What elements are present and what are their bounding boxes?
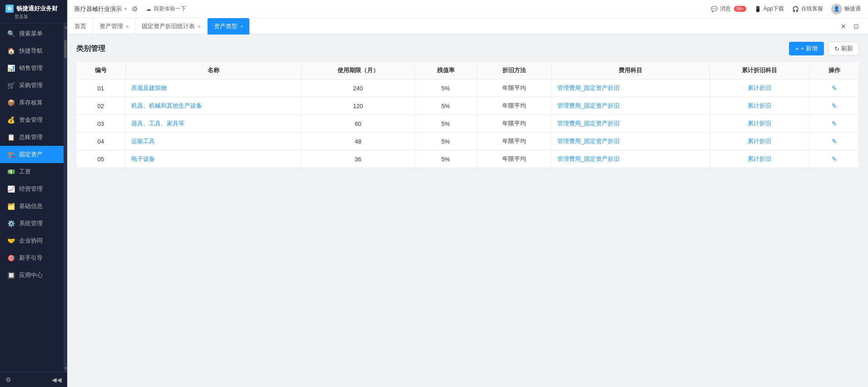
tab-home[interactable]: 首页: [74, 18, 93, 35]
sidebar-label-system: 系统管理: [19, 219, 43, 228]
sidebar-item-fixed-assets[interactable]: 🏗️ 固定资产: [0, 146, 64, 163]
sidebar-label-inventory: 库存核算: [19, 99, 43, 107]
enterprise-icon: 🤝: [7, 237, 15, 244]
basic-info-icon: 🗂️: [7, 203, 15, 210]
edit-icon-4[interactable]: ✎: [832, 155, 837, 163]
table-row: 05 电子设备 36 5% 年限平均 管理费用_固定资产折旧 累计折旧 ✎: [76, 150, 859, 168]
topbar-settings-icon[interactable]: ⚙: [132, 5, 138, 13]
cell-name-1: 机器、机械和其他生产设备: [125, 97, 302, 115]
sidebar-label-enterprise: 企业协同: [19, 237, 43, 245]
sidebar-item-quick-nav[interactable]: 🏠 快捷导航: [0, 42, 64, 60]
cell-depreciation-method-4: 年限平均: [477, 150, 552, 168]
avatar: 👤: [831, 4, 842, 15]
sidebar-label-fixed-assets: 固定资产: [19, 150, 43, 159]
col-code: 编号: [76, 62, 125, 79]
operations-icon: 📈: [7, 185, 15, 193]
col-accumulated-subject: 累计折旧科目: [709, 62, 810, 79]
sidebar-item-app-center[interactable]: 🔲 应用中心: [0, 267, 64, 284]
sidebar-item-ledger[interactable]: 📋 总账管理: [0, 129, 64, 146]
cell-depreciation-method-2: 年限平均: [477, 115, 552, 133]
sidebar-item-basic-info[interactable]: 🗂️ 基础信息: [0, 198, 64, 215]
cell-residual-rate-1: 5%: [414, 97, 476, 115]
sidebar-item-search[interactable]: 🔍 搜索菜单: [0, 25, 64, 42]
sidebar-nav: 🔍 搜索菜单 🏠 快捷导航 📊 销售管理 🛒 采购管理 📦 库存核算 💰 资金管…: [0, 23, 64, 372]
tab-asset-type[interactable]: 资产类型 ×: [208, 18, 250, 35]
sidebar-scrollbar[interactable]: ▲ ▼: [64, 23, 67, 372]
col-depreciation-method: 折旧方法: [477, 62, 552, 79]
cell-depreciation-method-1: 年限平均: [477, 97, 552, 115]
sidebar-item-enterprise[interactable]: 🤝 企业协同: [0, 232, 64, 249]
settings-bottom-icon[interactable]: ⚙: [5, 376, 11, 383]
sidebar-item-guide[interactable]: 🎯 新手引导: [0, 249, 64, 267]
refresh-button[interactable]: ↻ 刷新: [828, 42, 859, 55]
cell-useful-life-2: 60: [302, 115, 415, 133]
scroll-down-arrow[interactable]: ▼: [64, 364, 67, 372]
company-selector[interactable]: 医疗器械行业演示 ▾: [74, 5, 127, 13]
cell-expense-subject-3: 管理费用_固定资产折旧: [552, 133, 710, 150]
cell-operation-3[interactable]: ✎: [810, 133, 859, 150]
restore-window-icon[interactable]: ⊡: [852, 22, 861, 31]
cell-accumulated-subject-0: 累计折旧: [709, 79, 810, 97]
cell-operation-0[interactable]: ✎: [810, 79, 859, 97]
edit-icon-3[interactable]: ✎: [832, 138, 837, 145]
cloud-icon: ☁: [146, 6, 151, 12]
sidebar-label-payroll: 工资: [19, 168, 31, 176]
cell-operation-4[interactable]: ✎: [810, 150, 859, 168]
table-wrapper: 编号 名称 使用期限（月） 残值率 折旧方法 费用科目 累计折旧科目 操作 01…: [76, 62, 859, 168]
edit-icon-1[interactable]: ✎: [832, 102, 837, 109]
experience-button[interactable]: ☁ 我要体验一下: [142, 4, 190, 14]
sidebar: 畅 畅捷通好业务财 普及版 🔍 搜索菜单 🏠 快捷导航 📊 销售管理 🛒 采购管…: [0, 0, 67, 387]
sidebar-item-purchase[interactable]: 🛒 采购管理: [0, 77, 64, 94]
sidebar-item-operations[interactable]: 📈 经营管理: [0, 180, 64, 198]
cell-expense-subject-4: 管理费用_固定资产折旧: [552, 150, 710, 168]
sidebar-item-inventory[interactable]: 📦 库存核算: [0, 94, 64, 111]
close-tab-icon[interactable]: ✕: [839, 22, 848, 31]
cell-code-3: 04: [76, 133, 125, 150]
cell-operation-2[interactable]: ✎: [810, 115, 859, 133]
col-useful-life: 使用期限（月）: [302, 62, 415, 79]
sidebar-label-guide: 新手引导: [19, 254, 43, 262]
add-button[interactable]: + + 新增: [789, 42, 824, 55]
app-download-action[interactable]: 📱 App下载: [754, 5, 784, 13]
cell-name-0: 房屋及建筑物: [125, 79, 302, 97]
tab-asset-management[interactable]: 资产管理 ×: [93, 18, 135, 35]
tab-close-depreciation-table[interactable]: ×: [198, 24, 200, 29]
payroll-icon: 💵: [7, 168, 15, 175]
message-icon: 💬: [711, 6, 718, 12]
collapse-icon[interactable]: ◀◀: [52, 376, 62, 383]
cell-code-4: 05: [76, 150, 125, 168]
sidebar-item-system[interactable]: ⚙️ 系统管理: [0, 215, 64, 232]
online-service-action[interactable]: 🎧 在线客服: [792, 5, 823, 13]
user-action[interactable]: 👤 畅捷通: [831, 4, 861, 15]
sidebar-item-sales[interactable]: 📊 销售管理: [0, 60, 64, 77]
sidebar-item-payroll[interactable]: 💵 工资: [0, 163, 64, 180]
scroll-thumb: [64, 40, 67, 58]
tab-close-asset-type[interactable]: ×: [240, 24, 243, 29]
categories-table: 编号 名称 使用期限（月） 残值率 折旧方法 费用科目 累计折旧科目 操作 01…: [76, 62, 859, 168]
cell-accumulated-subject-2: 累计折旧: [709, 115, 810, 133]
topbar: 医疗器械行业演示 ▾ ⚙ ☁ 我要体验一下 💬 消息 99 📱 App下载 🎧 …: [67, 0, 868, 18]
tab-close-asset-management[interactable]: ×: [126, 24, 129, 29]
table-row: 02 机器、机械和其他生产设备 120 5% 年限平均 管理费用_固定资产折旧 …: [76, 97, 859, 115]
avatar-icon: 👤: [833, 6, 840, 12]
tabs-bar: 首页 资产管理 × 固定资产折旧统计表 × 资产类型 × ✕ ⊡: [67, 18, 868, 35]
cell-residual-rate-4: 5%: [414, 150, 476, 168]
cell-useful-life-0: 240: [302, 79, 415, 97]
chevron-down-icon: ▾: [124, 6, 127, 12]
tab-depreciation-table[interactable]: 固定资产折旧统计表 ×: [135, 18, 207, 35]
messages-action[interactable]: 💬 消息 99: [711, 5, 746, 13]
edit-icon-0[interactable]: ✎: [832, 84, 837, 92]
finance-icon: 💰: [7, 116, 15, 124]
cell-operation-1[interactable]: ✎: [810, 97, 859, 115]
scroll-up-arrow[interactable]: ▲: [64, 23, 67, 31]
cell-accumulated-subject-3: 累计折旧: [709, 133, 810, 150]
sidebar-label-ledger: 总账管理: [19, 133, 43, 141]
edit-icon-2[interactable]: ✎: [832, 120, 837, 127]
sidebar-item-finance[interactable]: 💰 资金管理: [0, 111, 64, 129]
quick-nav-icon: 🏠: [7, 47, 15, 55]
table-row: 04 运输工具 48 5% 年限平均 管理费用_固定资产折旧 累计折旧 ✎: [76, 133, 859, 150]
search-icon: 🔍: [7, 30, 15, 37]
main-area: 医疗器械行业演示 ▾ ⚙ ☁ 我要体验一下 💬 消息 99 📱 App下载 🎧 …: [67, 0, 868, 387]
content-area: 类别管理 + + 新增 ↻ 刷新 编号 名称 使用期限（月）: [67, 35, 868, 387]
app-subtitle: 普及版: [15, 14, 62, 20]
